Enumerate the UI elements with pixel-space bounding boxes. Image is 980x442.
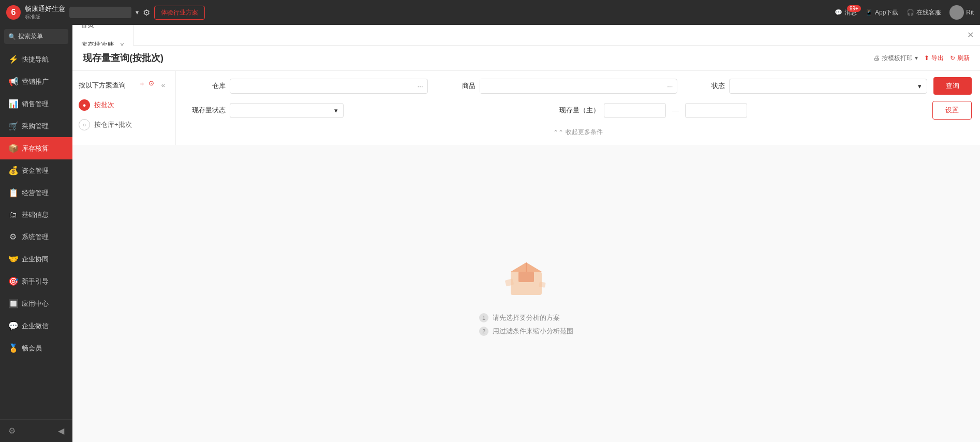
status-select[interactable]: ▾ — [729, 79, 927, 94]
sidebar: 🔍 搜索菜单 ⚡ 快捷导航 📢 营销推广 📊 销售管理 🛒 采购管理 📦 库存核… — [0, 25, 72, 442]
add-scheme-icon[interactable]: ＋ — [139, 79, 145, 91]
sidebar-item-system[interactable]: ⚙ 系统管理 — [0, 226, 72, 248]
sidebar-item-wechat[interactable]: 💬 企业微信 — [0, 315, 72, 337]
query-button[interactable]: 查询 — [933, 77, 972, 95]
top-search-input[interactable] — [69, 7, 131, 18]
sidebar-item-inventory[interactable]: 📦 库存核算 — [0, 137, 72, 159]
app-download-item[interactable]: 📱 App下载 — [865, 8, 898, 17]
sidebar-icon-system: ⚙ — [8, 232, 18, 242]
close-all-tabs-icon[interactable]: ✕ — [967, 30, 974, 40]
sidebar-item-sales[interactable]: 📊 销售管理 — [0, 93, 72, 115]
sidebar-items: ⚡ 快捷导航 📢 营销推广 📊 销售管理 🛒 采购管理 📦 库存核算 💰 资金管… — [0, 48, 72, 359]
filter-title-text: 按以下方案查询 — [79, 81, 126, 90]
collapse-conditions[interactable]: ⌃⌃ 收起更多条件 — [184, 126, 972, 139]
content-main: 1 请先选择要分析的方案 2 用过滤条件来缩小分析范围 — [72, 145, 980, 442]
empty-hint-2: 2 用过滤条件来缩小分析范围 — [479, 327, 573, 336]
tab-home[interactable]: 首页 — [72, 25, 133, 35]
print-label: 按模板打印 — [882, 54, 913, 63]
warehouse-input[interactable] — [230, 79, 413, 93]
gear-icon[interactable]: ⚙ — [143, 8, 150, 18]
sidebar-label-quick-nav: 快捷导航 — [22, 55, 49, 64]
filter-sidebar-actions: ＋ ⊙ « — [139, 79, 169, 91]
content: 首页库存批次账✕ ✕ 现存量查询(按批次) 🖨 按模板打印 ▾ ⬆ 导出 ↻ 刷… — [72, 25, 980, 442]
hint-text-1: 请先选择要分析的方案 — [493, 313, 560, 322]
sidebar-search[interactable]: 🔍 搜索菜单 — [4, 29, 68, 44]
print-dropdown-icon[interactable]: ▾ — [915, 54, 918, 62]
sidebar-item-enterprise[interactable]: 🤝 企业协同 — [0, 248, 72, 270]
dropdown-button[interactable]: ▾ — [136, 9, 139, 16]
svg-rect-5 — [539, 282, 546, 288]
stock-qty-field: 现存量（主） — — [558, 103, 926, 118]
stock-status-select[interactable]: ▾ — [230, 103, 344, 118]
warehouse-field: 仓库 ··· — [184, 79, 428, 94]
sidebar-label-inventory: 库存核算 — [22, 144, 49, 153]
product-more-btn[interactable]: ··· — [663, 79, 677, 93]
sidebar-icon-quick-nav: ⚡ — [8, 54, 18, 64]
sidebar-item-member[interactable]: 🏅 畅会员 — [0, 337, 72, 359]
sidebar-search-label: 搜索菜单 — [18, 32, 43, 41]
filter-actions: 查询 — [933, 77, 972, 95]
status-field: 状态 ▾ — [684, 79, 927, 94]
message-item[interactable]: 💬 消息 99+ — [835, 8, 857, 17]
sidebar-label-sales: 销售管理 — [22, 99, 49, 109]
sidebar-item-apps[interactable]: 🔲 应用中心 — [0, 292, 72, 315]
stock-qty-dash: — — [670, 107, 681, 114]
sidebar-label-basic: 基础信息 — [22, 210, 49, 219]
warehouse-label: 仓库 — [184, 81, 226, 91]
print-btn[interactable]: 🖨 按模板打印 ▾ — [873, 54, 918, 63]
collapse-sidebar-icon[interactable]: ◀ — [56, 424, 66, 438]
sidebar-item-quick-nav[interactable]: ⚡ 快捷导航 — [0, 48, 72, 70]
print-icon: 🖨 — [873, 54, 880, 62]
brand-tag: 标准版 — [25, 13, 65, 21]
sidebar-label-newbie: 新手引导 — [22, 277, 49, 286]
stock-qty-from[interactable] — [604, 103, 666, 118]
refresh-btn[interactable]: ↻ 刷新 — [950, 54, 970, 63]
phone-icon: 📱 — [865, 9, 873, 16]
tabbar: 首页库存批次账✕ ✕ — [72, 25, 980, 46]
topbar-right: 💬 消息 99+ 📱 App下载 🎧 在线客服 Rit — [835, 5, 974, 20]
warehouse-more-btn[interactable]: ··· — [413, 79, 427, 93]
sidebar-label-enterprise: 企业协同 — [22, 255, 49, 264]
status-dropdown-icon: ▾ — [918, 82, 922, 90]
scheme-settings-icon[interactable]: ⊙ — [149, 79, 154, 91]
product-input-wrapper: ··· — [480, 79, 678, 94]
sidebar-item-purchase[interactable]: 🛒 采购管理 — [0, 115, 72, 137]
experience-btn[interactable]: 体验行业方案 — [154, 6, 205, 20]
scheme-icon-by-warehouse-batch: ○ — [79, 119, 90, 130]
export-btn[interactable]: ⬆ 导出 — [924, 54, 944, 63]
stock-status-label: 现存量状态 — [184, 106, 226, 115]
avatar — [949, 5, 964, 20]
sidebar-label-business: 经营管理 — [22, 188, 49, 198]
sidebar-icon-finance: 💰 — [8, 166, 18, 175]
page-actions: 🖨 按模板打印 ▾ ⬆ 导出 ↻ 刷新 — [873, 54, 970, 63]
sidebar-icon-marketing: 📢 — [8, 77, 18, 86]
online-service-item[interactable]: 🎧 在线客服 — [907, 8, 941, 17]
user-item[interactable]: Rit — [949, 5, 974, 20]
sidebar-item-newbie[interactable]: 🎯 新手引导 — [0, 270, 72, 292]
settings-button[interactable]: 设置 — [932, 101, 972, 120]
filter-row-2: 现存量状态 ▾ 现存量（主） — — [184, 101, 972, 120]
stock-status-field: 现存量状态 ▾ — [184, 103, 552, 118]
topbar-left: 6 畅康通好生意 标准版 ▾ ⚙ 体验行业方案 — [6, 4, 205, 21]
sidebar-icon-newbie: 🎯 — [8, 276, 18, 286]
filter-scheme-by-warehouse-batch[interactable]: ○ 按仓库+批次 — [72, 115, 175, 135]
filter-sidebar: 按以下方案查询 ＋ ⊙ « ● 按批次 ○ 按仓库+批次 — [72, 71, 176, 145]
product-input[interactable] — [480, 79, 663, 93]
sidebar-item-business[interactable]: 📋 经营管理 — [0, 182, 72, 204]
sidebar-label-finance: 资金管理 — [22, 166, 49, 175]
sidebar-item-finance[interactable]: 💰 资金管理 — [0, 159, 72, 182]
sidebar-item-basic[interactable]: 🗂 基础信息 — [0, 204, 72, 226]
scheme-label-by-warehouse-batch: 按仓库+批次 — [94, 120, 132, 129]
sidebar-item-marketing[interactable]: 📢 营销推广 — [0, 70, 72, 93]
filter-panel: 按以下方案查询 ＋ ⊙ « ● 按批次 ○ 按仓库+批次 仓库 — [72, 71, 980, 145]
message-icon: 💬 — [835, 9, 842, 16]
settings-icon[interactable]: ⚙ — [6, 424, 18, 438]
filter-collapse-icon[interactable]: « — [157, 79, 169, 91]
filter-scheme-by-batch[interactable]: ● 按批次 — [72, 95, 175, 115]
brand-name: 畅康通好生意 — [25, 4, 65, 13]
hint-num-2: 2 — [479, 327, 488, 336]
collapse-text: 收起更多条件 — [566, 128, 603, 137]
sidebar-icon-basic: 🗂 — [8, 210, 18, 219]
sidebar-icon-inventory: 📦 — [8, 143, 18, 153]
stock-qty-to[interactable] — [685, 103, 747, 118]
